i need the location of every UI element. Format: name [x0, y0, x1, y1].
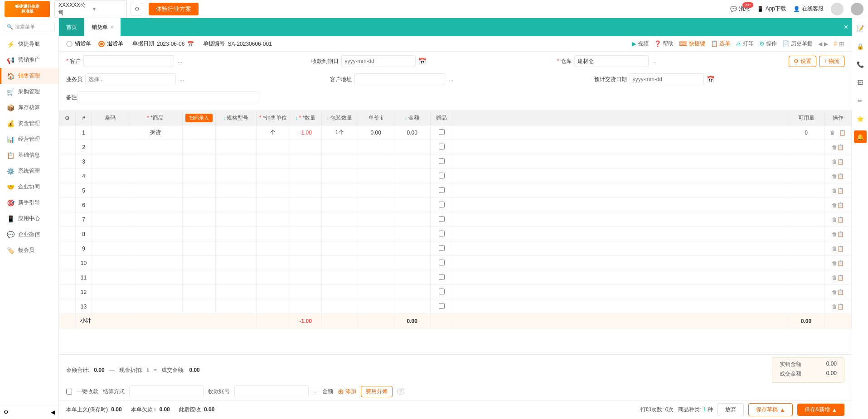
tab-sales-order[interactable]: 销货单 × — [84, 18, 121, 36]
row1-delete-icon[interactable]: 🗑 — [830, 130, 835, 136]
copy-icon[interactable]: 📋 — [837, 202, 844, 208]
warehouse-dots[interactable]: ... — [652, 58, 657, 64]
del-icon[interactable]: 🗑 — [832, 289, 837, 295]
toolbar-ops[interactable]: ⚙ 操作 — [759, 40, 777, 48]
salesperson-input[interactable] — [85, 73, 176, 85]
sidebar-search-btn[interactable]: 🔍 搜索菜单 — [4, 22, 55, 32]
rp-notes[interactable]: 📝 — [854, 22, 867, 34]
sidebar-item-member[interactable]: 🏷️ 畅会员 — [0, 242, 58, 258]
save-new-btn[interactable]: 保存&新增 ▲ — [797, 404, 844, 416]
expected-date-calendar-icon[interactable]: 📅 — [707, 76, 714, 83]
del-icon[interactable]: 🗑 — [832, 217, 837, 223]
calendar-icon[interactable]: 📅 — [187, 41, 194, 47]
address-input[interactable] — [354, 73, 445, 85]
tab-close-all-icon[interactable]: × — [844, 23, 848, 31]
rp-phone[interactable]: 📞 — [854, 58, 867, 71]
help-icon[interactable]: ? — [397, 388, 404, 395]
copy-icon[interactable]: 📋 — [837, 188, 844, 194]
del-icon[interactable]: 🗑 — [832, 202, 837, 208]
row1-price[interactable]: 0.00 — [358, 125, 394, 140]
expense-split-btn[interactable]: 费用分摊 — [361, 386, 393, 397]
copy-icon[interactable]: 📋 — [837, 144, 844, 150]
row1-pkg[interactable]: 1个 — [321, 125, 358, 140]
sidebar-item-system[interactable]: ⚙️ 系统管理 — [0, 163, 58, 179]
del-icon[interactable]: 🗑 — [832, 188, 837, 194]
sidebar-item-purchase[interactable]: 🛒 采购管理 — [0, 84, 58, 100]
company-selector[interactable]: XXXXXX公司 ▼ — [54, 0, 127, 18]
expected-date-input[interactable] — [630, 73, 704, 85]
abandon-btn[interactable]: 放弃 — [718, 403, 744, 416]
message-btn[interactable]: 💬 消息 99+ — [730, 5, 750, 13]
sidebar-item-inventory[interactable]: 📦 库存核算 — [0, 100, 58, 116]
settings-btn[interactable]: ⚙ 设置 — [789, 56, 816, 67]
rp-star[interactable]: ⭐ — [854, 112, 867, 125]
settings-icon[interactable]: ⚙ — [131, 3, 143, 15]
toolbar-video[interactable]: ▶ 视频 — [632, 40, 649, 48]
sidebar-item-finance[interactable]: 💰 资金管理 — [0, 116, 58, 131]
del-icon[interactable]: 🗑 — [832, 159, 837, 165]
tab-close-icon[interactable]: × — [111, 25, 113, 30]
row1-amount[interactable]: 0.00 — [394, 125, 430, 140]
copy-icon[interactable]: 📋 — [837, 260, 844, 266]
salesperson-dots[interactable]: ... — [179, 76, 184, 82]
radio-sales[interactable]: 销货单 — [66, 40, 91, 48]
payment-due-input[interactable] — [341, 55, 416, 67]
copy-icon[interactable]: 📋 — [837, 217, 844, 223]
copy-icon[interactable]: 📋 — [837, 289, 844, 295]
copy-icon[interactable]: 📋 — [837, 231, 844, 237]
avatar[interactable] — [831, 3, 844, 15]
customer-dots[interactable]: ... — [178, 58, 182, 64]
del-icon[interactable]: 🗑 — [832, 173, 837, 179]
nav-prev-btn[interactable]: ◀ — [818, 41, 822, 47]
sidebar-collapse-icon[interactable]: ◀ — [51, 409, 55, 415]
view-grid-btn[interactable]: ⊞ — [839, 40, 844, 48]
sidebar-item-basics[interactable]: 📋 基础信息 — [0, 147, 58, 163]
toolbar-shortcut[interactable]: ⌨ 快捷键 — [679, 40, 705, 48]
radio-return-btn[interactable] — [98, 41, 105, 47]
toolbar-print[interactable]: 🖨 打印 — [736, 40, 754, 48]
online-service-btn[interactable]: 👤 在线客服 — [793, 5, 824, 13]
discount-help-icon[interactable]: ℹ — [147, 367, 149, 373]
radio-sales-btn[interactable] — [66, 41, 73, 47]
sidebar-item-sales[interactable]: 🏠 销售管理 — [0, 68, 58, 84]
add-label[interactable]: 添加 — [345, 388, 356, 395]
del-icon[interactable]: 🗑 — [832, 246, 837, 252]
row1-unit[interactable]: 个 — [257, 125, 290, 140]
copy-icon[interactable]: 📋 — [837, 275, 844, 281]
trial-btn[interactable]: 体验行业方案 — [149, 3, 199, 15]
rp-alert[interactable]: 🔔 — [854, 130, 867, 143]
save-draft-btn[interactable]: 保存草稿 ▲ — [748, 403, 793, 416]
nav-next-btn[interactable]: ▶ — [824, 41, 828, 47]
account-input[interactable] — [234, 385, 309, 397]
address-dots[interactable]: ... — [449, 76, 453, 82]
payment-due-calendar-icon[interactable]: 📅 — [418, 58, 426, 65]
rp-edit[interactable]: ✏ — [854, 94, 867, 107]
toolbar-select[interactable]: 📋 选单 — [711, 40, 730, 48]
toolbar-history[interactable]: 📄 历史单据 — [782, 40, 813, 48]
del-icon[interactable]: 🗑 — [832, 303, 837, 310]
sidebar-item-marketing[interactable]: 📢 营销推广 — [0, 52, 58, 68]
copy-icon[interactable]: 📋 — [837, 159, 844, 165]
rp-image[interactable]: 🖼 — [854, 76, 867, 89]
row1-product[interactable]: 拆货 — [128, 125, 183, 140]
product-type-value[interactable]: 1 — [703, 406, 708, 413]
notes-input[interactable] — [77, 92, 258, 103]
radio-return[interactable]: 退货单 — [98, 40, 123, 48]
sidebar-item-appstore[interactable]: 📱 应用中心 — [0, 211, 58, 226]
row1-spec[interactable] — [216, 125, 257, 140]
warehouse-input[interactable] — [574, 55, 649, 67]
sidebar-item-quicknav[interactable]: ⚡ 快捷导航 — [0, 36, 58, 52]
scan-btn[interactable]: 扫码录入 — [185, 114, 213, 122]
sidebar-settings-icon[interactable]: ⚙ — [4, 409, 9, 415]
copy-icon[interactable]: 📋 — [837, 303, 844, 310]
total-debt-help[interactable]: ℹ — [154, 407, 156, 412]
del-icon[interactable]: 🗑 — [832, 231, 837, 237]
row1-gift-checkbox[interactable] — [439, 129, 445, 135]
calc-method-input[interactable] — [129, 385, 204, 397]
sidebar-item-wechat[interactable]: 💬 企业微信 — [0, 226, 58, 242]
row1-barcode[interactable] — [92, 125, 128, 140]
row1-copy-icon[interactable]: 📋 — [839, 130, 846, 136]
rp-lock[interactable]: 🔒 — [854, 40, 867, 53]
th-settings[interactable]: ⚙ — [59, 111, 76, 125]
view-list-btn[interactable]: ≡ — [834, 40, 837, 48]
